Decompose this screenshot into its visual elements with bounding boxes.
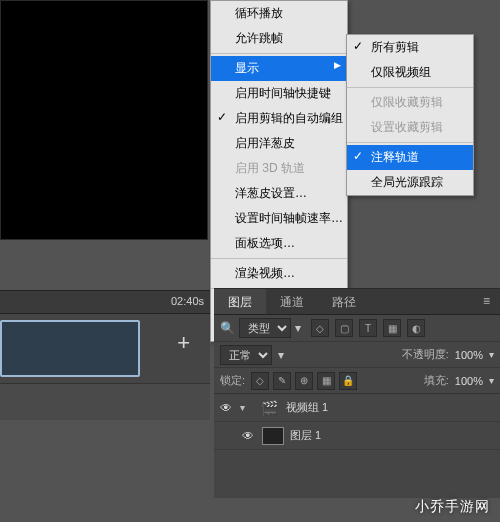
lock-option-icon[interactable]: ⊕ xyxy=(295,372,313,390)
opacity-value[interactable]: 100% xyxy=(455,349,483,361)
submenu-item: 设置收藏剪辑 xyxy=(347,115,473,140)
timeline-clip[interactable] xyxy=(0,320,140,377)
menu-item-label: 设置收藏剪辑 xyxy=(371,120,443,134)
filter-type-icon[interactable]: ◐ xyxy=(407,319,425,337)
menu-item-label: 启用 3D 轨道 xyxy=(235,161,305,175)
timeline-track[interactable]: + xyxy=(0,314,210,384)
opacity-label: 不透明度: xyxy=(402,347,449,362)
filter-icons: ◇▢T▦◐ xyxy=(311,319,425,337)
fill-value[interactable]: 100% xyxy=(455,375,483,387)
check-icon: ✓ xyxy=(353,149,363,163)
lock-icons: ◇✎⊕▦🔒 xyxy=(251,372,357,390)
layer-name[interactable]: 图层 1 xyxy=(290,428,321,443)
panel-menu-button[interactable]: ≡ xyxy=(473,289,500,314)
menu-item-label: 启用时间轴快捷键 xyxy=(235,86,331,100)
menu-separator xyxy=(211,258,347,259)
fill-arrow-icon[interactable]: ▾ xyxy=(489,375,494,386)
menu-item-label: 仅限视频组 xyxy=(371,65,431,79)
layer-thumbnail xyxy=(262,427,284,445)
lock-option-icon[interactable]: ✎ xyxy=(273,372,291,390)
submenu-item[interactable]: 仅限视频组 xyxy=(347,60,473,85)
search-icon[interactable]: 🔍 xyxy=(220,321,235,335)
menu-item-label: 显示 xyxy=(235,61,259,75)
menu-item[interactable]: 启用时间轴快捷键 xyxy=(211,81,347,106)
layer-row[interactable]: 👁 图层 1 xyxy=(214,422,500,450)
menu-item-label: 允许跳帧 xyxy=(235,31,283,45)
filter-dropdown-arrow: ▾ xyxy=(295,321,301,335)
tab-channels[interactable]: 通道 xyxy=(266,289,318,314)
tab-layers[interactable]: 图层 xyxy=(214,289,266,314)
blend-mode-select[interactable]: 正常 xyxy=(220,345,272,365)
layer-filter-row: 🔍 类型 ▾ ◇▢T▦◐ xyxy=(214,315,500,341)
menu-item[interactable]: 面板选项… xyxy=(211,231,347,256)
menu-item[interactable]: 循环播放 xyxy=(211,1,347,26)
tab-paths[interactable]: 路径 xyxy=(318,289,370,314)
timeline-ruler[interactable]: 02:40s xyxy=(0,290,210,314)
filter-type-icon[interactable]: ◇ xyxy=(311,319,329,337)
menu-separator xyxy=(211,53,347,54)
lock-option-icon[interactable]: ◇ xyxy=(251,372,269,390)
display-submenu[interactable]: ✓所有剪辑仅限视频组仅限收藏剪辑设置收藏剪辑✓注释轨道全局光源跟踪 xyxy=(346,34,474,196)
lock-row: 锁定: ◇✎⊕▦🔒 填充: 100% ▾ xyxy=(214,367,500,393)
menu-item-label: 全局光源跟踪 xyxy=(371,175,443,189)
submenu-arrow-icon: ▶ xyxy=(334,60,341,70)
timeline-gap xyxy=(0,240,210,290)
lock-label: 锁定: xyxy=(220,373,245,388)
timeline-area: 02:40s + xyxy=(0,240,210,420)
menu-separator xyxy=(347,142,473,143)
submenu-item[interactable]: ✓注释轨道 xyxy=(347,145,473,170)
check-icon: ✓ xyxy=(353,39,363,53)
blend-dropdown-arrow: ▾ xyxy=(278,348,284,362)
submenu-item: 仅限收藏剪辑 xyxy=(347,90,473,115)
filter-type-icon[interactable]: ▦ xyxy=(383,319,401,337)
submenu-item[interactable]: ✓所有剪辑 xyxy=(347,35,473,60)
menu-item-label: 所有剪辑 xyxy=(371,40,419,54)
menu-item-label: 启用洋葱皮 xyxy=(235,136,295,150)
menu-item[interactable]: 启用洋葱皮 xyxy=(211,131,347,156)
filter-type-select[interactable]: 类型 xyxy=(239,318,291,338)
preview-viewport xyxy=(0,0,208,240)
clapperboard-icon: 🎬 xyxy=(258,399,280,417)
menu-item[interactable]: 设置时间轴帧速率… xyxy=(211,206,347,231)
layers-panel: 图层 通道 路径 ≡ 🔍 类型 ▾ ◇▢T▦◐ 正常 ▾ 不透明度: 100% … xyxy=(214,288,500,498)
menu-item[interactable]: ✓启用剪辑的自动编组 xyxy=(211,106,347,131)
menu-item-label: 注释轨道 xyxy=(371,150,419,164)
menu-item: 启用 3D 轨道 xyxy=(211,156,347,181)
layer-group-row[interactable]: 👁 ▾ 🎬 视频组 1 xyxy=(214,394,500,422)
menu-item[interactable]: 显示▶ xyxy=(211,56,347,81)
panel-tabs: 图层 通道 路径 ≡ xyxy=(214,289,500,315)
menu-item-label: 启用剪辑的自动编组 xyxy=(235,111,343,125)
menu-item[interactable]: 渲染视频… xyxy=(211,261,347,286)
filter-type-icon[interactable]: ▢ xyxy=(335,319,353,337)
fill-label: 填充: xyxy=(424,373,449,388)
menu-item[interactable]: 允许跳帧 xyxy=(211,26,347,51)
menu-item-label: 渲染视频… xyxy=(235,266,295,280)
lock-option-icon[interactable]: 🔒 xyxy=(339,372,357,390)
twirl-icon[interactable]: ▾ xyxy=(240,402,252,413)
menu-item[interactable]: 洋葱皮设置… xyxy=(211,181,347,206)
layer-name[interactable]: 视频组 1 xyxy=(286,400,328,415)
layer-list: 👁 ▾ 🎬 视频组 1 👁 图层 1 xyxy=(214,393,500,450)
watermark-text: 小乔手游网 xyxy=(415,498,490,516)
menu-separator xyxy=(347,87,473,88)
menu-item-label: 循环播放 xyxy=(235,6,283,20)
menu-item-label: 洋葱皮设置… xyxy=(235,186,307,200)
check-icon: ✓ xyxy=(217,110,227,124)
add-track-button[interactable]: + xyxy=(177,330,190,356)
visibility-toggle[interactable]: 👁 xyxy=(218,401,234,415)
menu-item-label: 设置时间轴帧速率… xyxy=(235,211,343,225)
submenu-item[interactable]: 全局光源跟踪 xyxy=(347,170,473,195)
timecode-label: 02:40s xyxy=(171,295,204,307)
menu-item-label: 仅限收藏剪辑 xyxy=(371,95,443,109)
filter-type-icon[interactable]: T xyxy=(359,319,377,337)
visibility-toggle[interactable]: 👁 xyxy=(240,429,256,443)
opacity-arrow-icon[interactable]: ▾ xyxy=(489,349,494,360)
blend-row: 正常 ▾ 不透明度: 100% ▾ xyxy=(214,341,500,367)
menu-item-label: 面板选项… xyxy=(235,236,295,250)
lock-option-icon[interactable]: ▦ xyxy=(317,372,335,390)
